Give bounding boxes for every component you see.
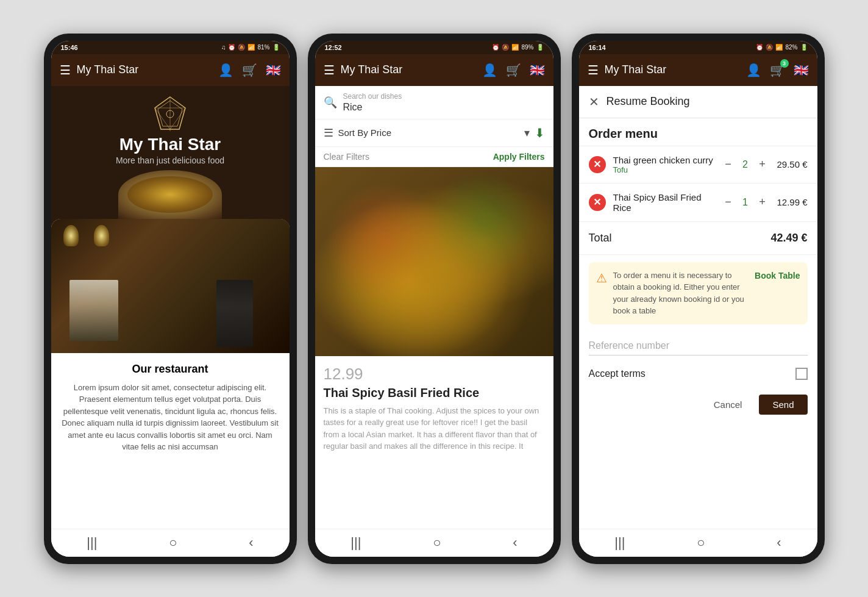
nav-bar-3: ☰ My Thai Star 👤 🛒 3 🇬🇧 [579,54,817,86]
cart-icon-1[interactable]: 🛒 [242,63,257,77]
search-placeholder: Search our dishes [343,92,545,101]
order-actions: Cancel Send [579,388,817,421]
recent-icon-3[interactable]: ||| [614,535,625,551]
filter-bar: ☰ Sort By Price ▾ ⬇ [315,120,553,147]
dish-info: 12.99 Thai Spicy Basil Fried Rice This i… [315,356,553,461]
cart-badge-count: 3 [780,59,789,68]
dropdown-icon[interactable]: ▾ [524,126,530,140]
cart-badge-area[interactable]: 🛒 3 [770,63,785,77]
back-icon-3[interactable]: ‹ [777,535,781,551]
close-resume-button[interactable]: ✕ [589,95,599,109]
flag-icon-2[interactable]: 🇬🇧 [530,63,545,77]
search-bar[interactable]: 🔍 Search our dishes Rice [315,86,553,120]
apply-filters-button[interactable]: Apply Filters [493,152,545,162]
send-order-button[interactable]: Send [759,395,807,415]
dish-price: 12.99 [324,365,545,384]
home-icon-2[interactable]: ○ [433,535,441,551]
bottom-nav-2: ||| ○ ‹ [315,529,553,557]
wifi-icon-2: 📶 [511,44,519,51]
battery-2: 89% [521,44,533,51]
nav-actions-3: 👤 🛒 3 🇬🇧 [746,63,809,77]
nav-bar-1: ☰ My Thai Star 👤 🛒 🇬🇧 [51,54,290,86]
decrease-item-2-button[interactable]: − [720,196,735,209]
item-1-quantity: 2 [740,159,750,170]
resume-label: Resume Booking [607,95,690,108]
status-bar-1: 15:46 ♫ ⏰ 🔕 📶 81% 🔋 [51,41,290,54]
download-icon[interactable]: ⬇ [535,126,545,140]
decrease-item-1-button[interactable]: − [720,158,735,171]
phone2-main: 🔍 Search our dishes Rice ☰ Sort By Price… [315,86,553,529]
dish-description: This is a staple of Thai cooking. Adjust… [324,405,545,452]
order-item-1: ✕ Thai green chicken curry Tofu − 2 + 29… [579,146,817,184]
bottom-nav-3: ||| ○ ‹ [579,529,817,557]
home-icon-1[interactable]: ○ [169,535,177,551]
resume-bar: ✕ Resume Booking [579,86,817,118]
filter-icon: ☰ [324,126,333,140]
search-value[interactable]: Rice [343,102,545,113]
battery-3: 82% [785,44,797,51]
status-icons-3: ⏰ 🔕 📶 82% 🔋 [756,44,807,51]
battery-1: 81% [257,44,269,51]
status-icons-2: ⏰ 🔕 📶 89% 🔋 [492,44,543,51]
battery-icon-2: 🔋 [536,44,544,51]
reference-input[interactable] [589,355,808,356]
status-time-1: 15:46 [61,44,78,51]
restaurant-image [51,219,290,353]
nav-title-2: My Thai Star [341,63,476,76]
phone1-main: My Thai Star More than just delicious fo… [51,86,290,529]
remove-item-2-button[interactable]: ✕ [589,194,606,211]
nav-bar-2: ☰ My Thai Star 👤 🛒 🇬🇧 [315,54,553,86]
warning-icon: ⚠ [596,271,607,285]
flag-icon-1[interactable]: 🇬🇧 [266,63,281,77]
recent-icon-2[interactable]: ||| [350,535,361,551]
cancel-order-button[interactable]: Cancel [703,395,753,415]
item-2-quantity: 1 [740,197,750,208]
menu-icon-3[interactable]: ☰ [588,63,599,77]
home-icon-3[interactable]: ○ [697,535,705,551]
filter-label: Sort By Price [338,127,519,138]
item-2-name: Thai Spicy Basil Fried Rice [613,192,714,213]
menu-icon-2[interactable]: ☰ [324,63,335,77]
increase-item-2-button[interactable]: + [755,196,769,209]
person-icon-2[interactable]: 👤 [482,63,497,77]
phone-1: 15:46 ♫ ⏰ 🔕 📶 81% 🔋 ☰ My Thai Star 👤 🛒 🇬… [44,34,297,564]
nav-title-1: My Thai Star [77,63,212,76]
mute-icon-2: 🔕 [502,44,509,51]
menu-icon-1[interactable]: ☰ [60,63,71,77]
terms-label: Accept terms [589,368,646,379]
book-table-button[interactable]: Book Table [755,270,800,281]
dish-image [315,167,553,356]
status-time-2: 12:52 [325,44,342,51]
status-bar-3: 16:14 ⏰ 🔕 📶 82% 🔋 [579,41,817,54]
wifi-icon: 📶 [247,44,255,51]
warning-box: ⚠ To order a menu it is necessary to obt… [589,262,808,324]
back-icon-1[interactable]: ‹ [249,535,253,551]
recent-icon-1[interactable]: ||| [87,535,97,551]
order-content: Order menu ✕ Thai green chicken curry To… [579,118,817,529]
increase-item-1-button[interactable]: + [755,158,769,171]
cart-icon-2[interactable]: 🛒 [506,63,521,77]
back-icon-2[interactable]: ‹ [513,535,517,551]
person-icon-1[interactable]: 👤 [218,63,233,77]
alarm-icon: ⏰ [228,44,235,51]
total-row: Total 42.49 € [579,222,817,255]
app-subtitle-1: More than just delicious food [116,156,224,165]
logo-diamond-icon [152,96,188,132]
item-1-variant: Tofu [613,165,714,174]
clear-filters-button[interactable]: Clear Filters [324,152,369,162]
phone-3: 16:14 ⏰ 🔕 📶 82% 🔋 ☰ My Thai Star 👤 🛒 3 🇬… [572,34,825,564]
order-item-2: ✕ Thai Spicy Basil Fried Rice − 1 + 12.9… [579,184,817,222]
restaurant-info: Our restaurant Lorem ipsum dolor sit ame… [51,353,290,463]
terms-checkbox[interactable] [795,368,808,380]
app-name-1: My Thai Star [119,135,221,154]
person-icon-3[interactable]: 👤 [746,63,761,77]
spotify-icon: ♫ [221,44,226,51]
remove-item-1-button[interactable]: ✕ [589,156,606,173]
dish-card: 12.99 Thai Spicy Basil Fried Rice This i… [315,167,553,529]
terms-row: Accept terms [579,359,817,388]
mute-icon-3: 🔕 [766,44,773,51]
alarm-icon-3: ⏰ [756,44,763,51]
total-label: Total [589,232,612,245]
flag-icon-3[interactable]: 🇬🇧 [794,63,809,77]
dish-name: Thai Spicy Basil Fried Rice [324,386,545,400]
